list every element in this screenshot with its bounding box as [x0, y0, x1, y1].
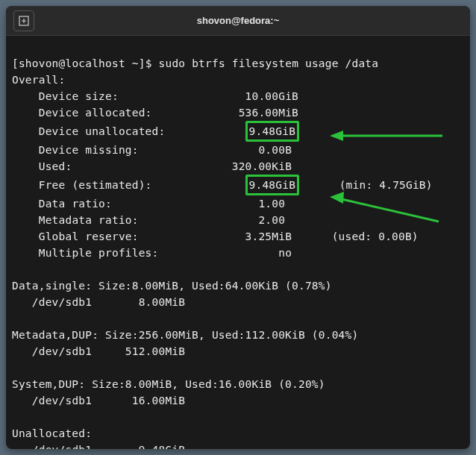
row-used-label: Used: — [39, 160, 72, 172]
terminal-window: shovon@fedora:~ [shovon@localhost ~]$ su… — [6, 6, 470, 449]
system-section-header: System,DUP: Size:8.00MiB, Used:16.00KiB … — [12, 378, 325, 390]
metadata-size: 512.00MiB — [125, 345, 185, 357]
new-tab-button[interactable] — [13, 10, 34, 31]
annotation-arrow-1 — [327, 95, 446, 176]
metadata-section-header: Metadata,DUP: Size:256.00MiB, Used:112.0… — [12, 329, 358, 341]
row-free-label: Free (estimated): — [39, 179, 152, 191]
metadata-device: /dev/sdb1 — [32, 345, 92, 357]
data-section-header: Data,single: Size:8.00MiB, Used:64.00KiB… — [12, 280, 332, 292]
prompt-line-1: [shovon@localhost ~]$ sudo btrfs filesys… — [12, 57, 378, 69]
row-global-reserve-value: 3.25MiB — [245, 230, 292, 242]
svg-line-5 — [342, 199, 439, 222]
row-device-allocated-label: Device allocated: — [39, 107, 152, 119]
row-device-unallocated-label: Device unallocated: — [39, 125, 166, 137]
row-free-extra: (min: 4.75GiB) — [339, 179, 433, 191]
command-text: sudo btrfs filesystem usage /data — [159, 57, 379, 69]
row-data-ratio-label: Data ratio: — [39, 198, 112, 210]
row-device-size-value: 10.00GiB — [245, 90, 298, 102]
row-used-value: 320.00KiB — [232, 160, 292, 172]
row-metadata-ratio-value: 2.00 — [258, 214, 285, 226]
svg-marker-4 — [330, 131, 343, 141]
window-title: shovon@fedora:~ — [197, 15, 280, 26]
terminal-output[interactable]: [shovon@localhost ~]$ sudo btrfs filesys… — [6, 36, 470, 449]
row-multiple-profiles-value: no — [278, 247, 292, 259]
row-device-allocated-value: 536.00MiB — [239, 107, 298, 119]
row-global-reserve-label: Global reserve: — [39, 230, 139, 242]
row-multiple-profiles-label: Multiple profiles: — [39, 247, 159, 259]
row-global-reserve-extra: (used: 0.00B) — [332, 230, 419, 242]
data-size: 8.00MiB — [139, 296, 186, 308]
overall-header: Overall: — [12, 74, 65, 86]
titlebar: shovon@fedora:~ — [6, 6, 470, 36]
system-size: 16.00MiB — [132, 395, 185, 407]
unallocated-section-header: Unallocated: — [12, 427, 92, 439]
row-metadata-ratio-label: Metadata ratio: — [39, 214, 139, 226]
plus-box-icon — [19, 16, 29, 26]
data-device: /dev/sdb1 — [32, 296, 92, 308]
unallocated-device: /dev/sdb1 — [32, 444, 92, 449]
row-device-missing-value: 0.00B — [258, 144, 292, 156]
unallocated-size: 9.48GiB — [139, 444, 186, 449]
system-device: /dev/sdb1 — [32, 395, 92, 407]
svg-marker-6 — [330, 192, 344, 204]
row-data-ratio-value: 1.00 — [258, 198, 285, 210]
row-device-size-label: Device size: — [39, 90, 119, 102]
row-device-missing-label: Device missing: — [39, 144, 139, 156]
annotation-arrow-2 — [327, 159, 446, 259]
highlight-free: 9.48GiB — [245, 175, 300, 195]
highlight-unallocated: 9.48GiB — [245, 121, 300, 142]
